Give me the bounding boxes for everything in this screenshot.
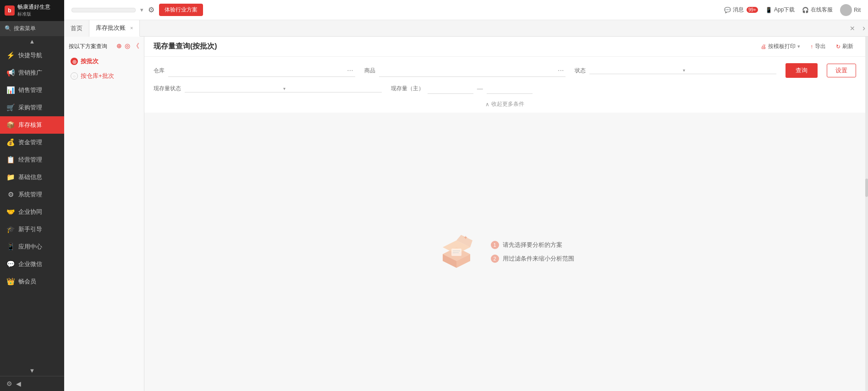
sidebar-item-finance[interactable]: 💰 资金管理 bbox=[0, 134, 64, 151]
tab-more-icon[interactable]: › bbox=[860, 23, 868, 33]
guide-icon: 🎓 bbox=[6, 225, 15, 234]
experience-btn[interactable]: 体验行业方案 bbox=[159, 4, 203, 16]
page-header: 现存量查询(按批次) 🖨 按模板打印 ▾ ↑ 导出 ↻ 刷新 bbox=[144, 37, 865, 57]
sidebar-item-system[interactable]: ⚙ 系统管理 bbox=[0, 186, 64, 203]
warehouse-label: 仓库 bbox=[154, 67, 165, 75]
message-btn[interactable]: 💬 消息 99+ bbox=[724, 6, 758, 14]
edition-label: 标准版 bbox=[17, 11, 50, 17]
stock-qty-max-input[interactable] bbox=[487, 83, 533, 94]
svg-rect-6 bbox=[451, 249, 461, 256]
warehouse-input[interactable] bbox=[170, 65, 347, 76]
page-title: 现存量查询(按批次) bbox=[154, 42, 217, 51]
right-scrollbar[interactable] bbox=[865, 37, 868, 391]
company-name: 畅康通好生意 bbox=[17, 4, 50, 11]
print-dropdown-icon: ▾ bbox=[797, 43, 800, 49]
status-select[interactable]: ▾ bbox=[589, 67, 776, 74]
topbar-settings-icon[interactable]: ⚙ bbox=[148, 5, 154, 14]
product-filter-group: 商品 ··· bbox=[364, 65, 566, 77]
collapse-row[interactable]: ∧ 收起更多条件 bbox=[154, 98, 856, 113]
sidebar-item-sales[interactable]: 📊 销售管理 bbox=[0, 81, 64, 99]
system-label: 系统管理 bbox=[18, 190, 42, 199]
collapse-panel-icon[interactable]: 《 bbox=[133, 42, 139, 50]
product-input-wrapper[interactable]: ··· bbox=[379, 65, 566, 77]
scroll-up-btn[interactable]: ▲ bbox=[0, 36, 64, 47]
print-btn[interactable]: 🖨 按模板打印 ▾ bbox=[758, 41, 803, 52]
sidebar-item-enterprise[interactable]: 🤝 企业协同 bbox=[0, 203, 64, 221]
query-button[interactable]: 查询 bbox=[786, 63, 818, 78]
footer-collapse-icon[interactable]: ◀ bbox=[16, 380, 21, 387]
search-icon: 🔍 bbox=[5, 25, 11, 32]
message-label: 消息 bbox=[733, 6, 744, 14]
weixin-label: 企业微信 bbox=[18, 260, 42, 268]
print-icon: 🖨 bbox=[761, 43, 766, 50]
user-avatar-btn[interactable]: Rit bbox=[840, 4, 861, 16]
tab-home-label: 首页 bbox=[71, 20, 82, 37]
product-dots[interactable]: ··· bbox=[558, 66, 564, 75]
product-input[interactable] bbox=[381, 65, 558, 76]
stock-qty-min-input[interactable] bbox=[428, 83, 473, 94]
sidebar-item-weixin[interactable]: 💬 企业微信 bbox=[0, 255, 64, 273]
sidebar-item-basic[interactable]: 📁 基础信息 bbox=[0, 168, 64, 186]
settings-scheme-icon[interactable]: ◎ bbox=[125, 42, 130, 50]
scheme-item-warehouse-batch[interactable]: ○ 按仓库+批次 bbox=[64, 69, 144, 83]
vip-icon: 👑 bbox=[6, 277, 15, 286]
warehouse-dots[interactable]: ··· bbox=[347, 66, 353, 75]
purchase-label: 采购管理 bbox=[18, 103, 42, 112]
sidebar-item-marketing[interactable]: 📢 营销推广 bbox=[0, 64, 64, 81]
sidebar-item-vip[interactable]: 👑 畅会员 bbox=[0, 273, 64, 290]
stock-status-select[interactable]: ▾ bbox=[185, 85, 382, 92]
empty-hint-2: 2 用过滤条件来缩小分析范围 bbox=[491, 255, 574, 263]
sidebar-item-quick-nav[interactable]: ⚡ 快捷导航 bbox=[0, 47, 64, 64]
inventory-label: 库存核算 bbox=[18, 121, 42, 129]
stock-qty-label: 现存量（主） bbox=[391, 85, 424, 92]
empty-hint-1-num: 1 bbox=[491, 241, 499, 249]
left-panel-icons: ⊕ ◎ 《 bbox=[116, 42, 139, 50]
refresh-btn[interactable]: ↻ 刷新 bbox=[833, 41, 856, 52]
export-icon: ↑ bbox=[810, 43, 813, 50]
add-scheme-icon[interactable]: ⊕ bbox=[116, 42, 122, 50]
topbar-left: ▾ ⚙ 体验行业方案 bbox=[71, 4, 203, 16]
search-menu-item[interactable]: 🔍 搜索菜单 bbox=[0, 21, 64, 36]
tab-inventory-batch-label: 库存批次账 bbox=[96, 20, 126, 36]
empty-state: ✦ 1 请先选择要分析的方案 2 用过滤条件来缩小分析范围 bbox=[144, 113, 865, 391]
status-filter-group: 状态 ▾ bbox=[575, 67, 776, 75]
main-area: ▾ ⚙ 体验行业方案 💬 消息 99+ 📱 App下载 🎧 在线客服 Rit bbox=[64, 0, 868, 391]
scroll-down-btn[interactable]: ▼ bbox=[0, 365, 64, 376]
basic-icon: 📁 bbox=[6, 173, 15, 181]
app-download-label: App下载 bbox=[774, 6, 795, 14]
online-service-btn[interactable]: 🎧 在线客服 bbox=[802, 6, 833, 14]
empty-illustration: ✦ bbox=[436, 231, 477, 272]
empty-text-list: 1 请先选择要分析的方案 2 用过滤条件来缩小分析范围 bbox=[491, 241, 574, 263]
empty-hint-2-text: 用过滤条件来缩小分析范围 bbox=[503, 255, 574, 263]
export-btn[interactable]: ↑ 导出 bbox=[808, 41, 829, 52]
left-panel-header-label: 按以下方案查询 bbox=[69, 43, 107, 50]
basic-label: 基础信息 bbox=[18, 173, 42, 181]
tab-home[interactable]: 首页 bbox=[64, 20, 89, 37]
scheme-item-batch[interactable]: ◎ 按批次 bbox=[64, 54, 144, 69]
sidebar-item-appstore[interactable]: 📱 应用中心 bbox=[0, 238, 64, 255]
topbar-dropdown-icon[interactable]: ▾ bbox=[140, 6, 143, 13]
sidebar-item-guide[interactable]: 🎓 新手引导 bbox=[0, 221, 64, 238]
stock-status-label: 现存量状态 bbox=[154, 85, 181, 92]
sidebar-item-operations[interactable]: 📋 经营管理 bbox=[0, 151, 64, 168]
finance-label: 资金管理 bbox=[18, 138, 42, 147]
refresh-icon: ↻ bbox=[836, 43, 841, 50]
footer-settings-icon[interactable]: ⚙ bbox=[6, 380, 12, 387]
marketing-label: 营销推广 bbox=[18, 69, 42, 77]
warehouse-input-wrapper[interactable]: ··· bbox=[168, 65, 355, 77]
tab-close-main-icon[interactable]: ✕ bbox=[845, 25, 860, 32]
filter-area: 仓库 ··· 商品 ··· bbox=[144, 57, 865, 113]
tab-close-icon[interactable]: × bbox=[130, 20, 133, 36]
svg-text:✦: ✦ bbox=[463, 234, 468, 241]
quick-nav-label: 快捷导航 bbox=[18, 51, 42, 60]
scrollbar-thumb bbox=[865, 179, 868, 197]
topbar-search-box[interactable] bbox=[71, 8, 136, 12]
status-chevron-icon: ▾ bbox=[683, 68, 775, 73]
tab-inventory-batch[interactable]: 库存批次账 × bbox=[89, 20, 140, 37]
app-download-btn[interactable]: 📱 App下载 bbox=[765, 6, 795, 14]
filter-row-2: 现存量状态 ▾ 现存量（主） — bbox=[154, 83, 856, 94]
sidebar-item-inventory[interactable]: 📦 库存核算 bbox=[0, 116, 64, 134]
appstore-label: 应用中心 bbox=[18, 243, 42, 251]
sidebar-item-purchase[interactable]: 🛒 采购管理 bbox=[0, 99, 64, 116]
settings-button[interactable]: 设置 bbox=[827, 64, 856, 77]
